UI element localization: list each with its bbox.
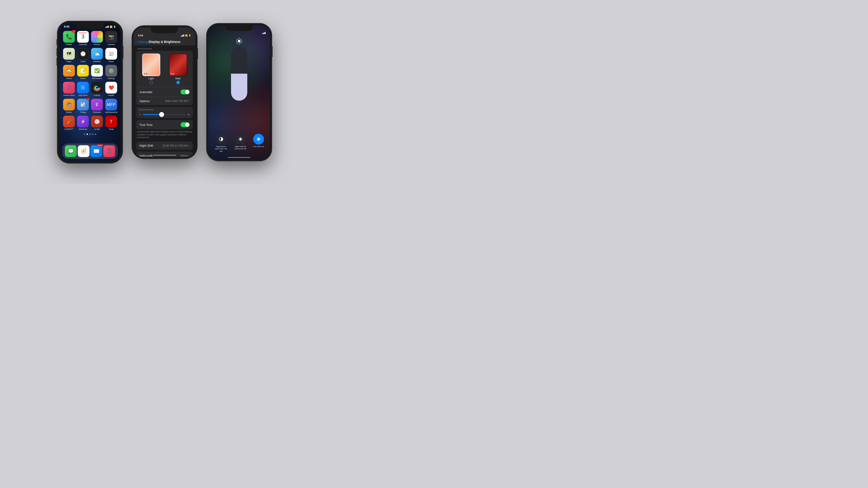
light-radio[interactable] [149, 80, 153, 84]
books-icon: 📚 [66, 102, 72, 107]
svg-line-9 [241, 43, 241, 43]
app-health[interactable]: ❤️ Health [105, 82, 117, 96]
app-atbat[interactable]: ⚾ At Bat [91, 116, 103, 130]
truetone-row[interactable]: True Tone [136, 120, 193, 129]
light-thumb: 9:41 [142, 54, 160, 76]
light-option[interactable]: 9:41 Light [142, 54, 160, 84]
truetone-control-btn[interactable]: True Tone On [253, 134, 264, 153]
dark-thumb: 9:41 [169, 54, 187, 76]
volume-up-button[interactable] [57, 48, 57, 56]
app-reminders[interactable]: ✅ Reminders [91, 65, 103, 79]
app-appstore[interactable]: Ⓐ App Store [77, 82, 89, 96]
autolock-label: Auto-Lock [140, 154, 153, 157]
dark-radio[interactable] [176, 80, 180, 84]
notch-2 [151, 27, 178, 33]
clock-label: Clock [81, 60, 86, 63]
brightness-section: BRIGHTNESS ☀ ☀ [136, 107, 193, 118]
camera-label: Camera [107, 43, 115, 46]
svg-line-27 [257, 138, 257, 138]
phone-label: Phone [66, 43, 72, 46]
home-indicator [153, 155, 176, 156]
brightness-fill [231, 74, 247, 101]
settings-title: Display & Brightness [149, 40, 181, 43]
svg-line-29 [260, 138, 260, 138]
settings-label: Settings [107, 77, 115, 79]
options-row[interactable]: Options Dark Until 7:00 AM [136, 97, 193, 105]
appearance-btn-circle[interactable] [216, 134, 226, 144]
dark-option[interactable]: 9:41 Dark [169, 54, 187, 84]
autolock-row[interactable]: Auto-Lock Never [136, 152, 193, 157]
brightness-slider-row: ☀ ☀ [139, 113, 190, 116]
svg-line-30 [257, 140, 257, 141]
dock-safari[interactable]: 🧭 [78, 145, 90, 157]
app-clock[interactable]: 🕐 Clock [77, 48, 89, 63]
app-phone[interactable]: 📞 27 Phone [63, 31, 75, 46]
status-icons: 📶 🔋 [105, 26, 116, 28]
dark-label: Dark [176, 77, 181, 80]
atbat-icon: ⚾ [94, 119, 100, 124]
phone-2-screen: 6:54 📶 🔋 ‹ [133, 27, 195, 157]
brightness-thumb[interactable] [159, 112, 164, 117]
automatic-toggle[interactable] [181, 90, 190, 94]
phone-1: 6:54 📶 🔋 [57, 21, 123, 163]
signal-icon [105, 26, 109, 28]
options-value: Dark Until 7:00 AM [165, 99, 190, 103]
app-myfitnesspal[interactable]: MFP MyFitnessPal [105, 99, 117, 113]
app-settings[interactable]: ⚙️ Settings [105, 65, 117, 79]
app-calendar[interactable]: Monday 3 Calendar [77, 31, 89, 46]
nightshift-row[interactable]: Night Shift 10:00 PM to 7:00 AM [136, 142, 193, 150]
app-things[interactable]: 1 ☑️ Things [77, 99, 89, 113]
brightness-pill[interactable] [231, 46, 247, 101]
notes-label: Notes [80, 77, 86, 79]
app-home[interactable]: 🏠 Home [63, 65, 75, 79]
settings-screen: 6:54 📶 🔋 ‹ [133, 27, 195, 157]
things-icon: ☑️ [80, 102, 86, 107]
nightshift-label: Night Shift [140, 144, 153, 147]
app-activity[interactable]: Activity [91, 82, 103, 96]
autolock-card: Auto-Lock Never Raise to Wake Lock / Unl… [136, 152, 193, 157]
app-shortcuts[interactable]: ⚡ Shortcuts [77, 116, 89, 130]
app-camera[interactable]: 📷 Camera [105, 31, 117, 46]
truetone-card: True Tone [136, 120, 193, 129]
control-signal [262, 32, 266, 34]
app-grid: 📞 27 Phone Monday 3 Calendar [59, 29, 121, 132]
brightness-track[interactable] [143, 114, 185, 115]
power-button[interactable] [123, 46, 123, 59]
app-itunes[interactable]: 🎵 iTunes Store [63, 82, 75, 96]
app-books[interactable]: 📚 Books [63, 99, 75, 113]
automatic-row[interactable]: Automatic [136, 87, 193, 97]
app-podcasts[interactable]: 🎙 Podcasts [91, 99, 103, 113]
app-photos[interactable]: Photos [91, 31, 103, 46]
nightshift-btn-circle[interactable] [235, 134, 246, 144]
truetone-toggle[interactable] [181, 122, 190, 127]
appearance-icon [219, 137, 223, 142]
nightshift-chevron [188, 144, 190, 148]
settings-signal [181, 34, 184, 37]
dock-messages[interactable]: 💬 [65, 145, 76, 157]
app-carrot[interactable]: 🥕 CARROT° [63, 116, 75, 130]
svg-line-18 [239, 138, 239, 138]
app-news[interactable]: 📰 News [105, 48, 117, 63]
appearance-options: 9:41 Light 9:41 Dark [136, 51, 193, 87]
atbat-label: At Bat [94, 128, 100, 130]
nightshift-icon [238, 137, 243, 142]
app-tesla[interactable]: T Tesla [105, 116, 117, 130]
back-button[interactable]: ‹ Settings [136, 40, 149, 43]
app-maps[interactable]: 🗺 Maps [63, 48, 75, 63]
power-button-2[interactable] [197, 48, 198, 59]
volume-down-button[interactable] [57, 58, 57, 66]
activity-rings-icon [93, 84, 101, 92]
dock-mail[interactable]: 10,510 ✉️ [90, 145, 102, 157]
appearance-control-btn[interactable]: Appearance Dark Until 7:00 AM [214, 134, 228, 153]
app-notes[interactable]: 📝 Notes [77, 65, 89, 79]
app-weather[interactable]: ⛅ Weather [91, 48, 103, 63]
podcasts-label: Podcasts [93, 111, 101, 113]
podcasts-icon: 🎙 [95, 102, 99, 107]
nightshift-control-btn[interactable]: Night Shift Off Until 10:00 PM [234, 134, 247, 153]
mute-button[interactable] [57, 39, 57, 45]
dock-music[interactable]: 🎵 [103, 145, 115, 157]
battery-icon: 🔋 [113, 26, 116, 28]
truetone-btn-circle[interactable] [253, 134, 264, 144]
appearance-card: 9:41 Light 9:41 Dark [136, 51, 193, 105]
power-button-3[interactable] [272, 46, 273, 57]
